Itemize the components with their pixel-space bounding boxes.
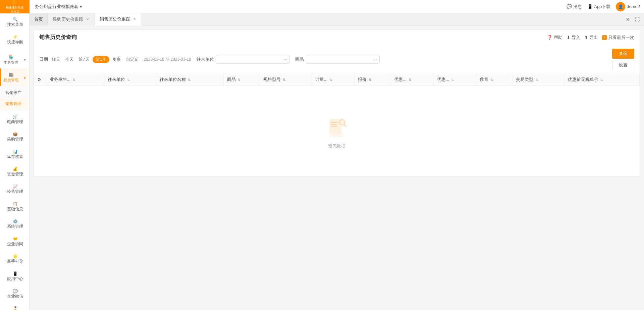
date-btn-last1m[interactable]: 近1月 bbox=[93, 56, 110, 63]
table-header-row: ⚙ 业务发生... ⇅ 往来单位 ⇅ bbox=[34, 74, 640, 86]
th-spec[interactable]: 规格型号 ⇅ bbox=[260, 74, 312, 86]
retail-arrow: ▼ bbox=[23, 58, 26, 62]
th-partner-name-label: 往来单位名称 bbox=[160, 77, 186, 82]
gear-icon: ⚙ bbox=[37, 77, 41, 82]
export-button[interactable]: ⬆ 导出 bbox=[584, 35, 598, 41]
help-button[interactable]: ❓ 帮助 bbox=[547, 35, 562, 41]
apps-icon: 📱 bbox=[13, 271, 18, 276]
tab-purchase-history[interactable]: 采购历史价跟踪 ✕ bbox=[48, 13, 95, 25]
th-qty[interactable]: 数量 ⇅ bbox=[476, 74, 513, 86]
filter-bar: 日期 昨天 今天 近7天 近1月 更多 自定义 2023-02-18 至 202… bbox=[34, 45, 640, 74]
th-spec-label: 规格型号 bbox=[263, 77, 281, 82]
sidebar-item-operation[interactable]: 📈 经营管理 bbox=[0, 180, 29, 198]
sidebar-apps-label: 应用中心 bbox=[7, 276, 23, 282]
sidebar-sub-item-marketing[interactable]: 营销推广 bbox=[0, 87, 29, 98]
th-quote[interactable]: 报价 ⇅ bbox=[354, 74, 390, 86]
sidebar-item-search[interactable]: 🔍 搜索菜单 bbox=[0, 13, 29, 31]
sidebar-sub-item-sales[interactable]: 销售管理 bbox=[0, 98, 29, 109]
sidebar-item-retail[interactable]: 🏪 零售管理 ▼ bbox=[0, 51, 29, 68]
sort-icon-partner-code: ⇅ bbox=[127, 78, 130, 82]
sidebar-item-finance[interactable]: 💰 资金管理 bbox=[0, 163, 29, 180]
partner-filter-group: 往来单位 ··· bbox=[197, 55, 290, 64]
tab-fullscreen-button[interactable]: ⛶ bbox=[633, 15, 641, 23]
avatar: 👤 bbox=[616, 2, 625, 11]
query-button[interactable]: 查询 bbox=[612, 49, 634, 59]
th-goods[interactable]: 商品 ⇅ bbox=[223, 74, 260, 86]
tab-bar-actions: ✕ ⛶ bbox=[624, 15, 644, 23]
th-pretax-price[interactable]: 优惠前无税单价 ⇅ bbox=[564, 74, 639, 86]
tab-home[interactable]: 首页 bbox=[30, 13, 48, 25]
app-download-button[interactable]: 📱 App下载 bbox=[587, 4, 610, 10]
table-area: ⚙ 业务发生... ⇅ 往来单位 ⇅ bbox=[34, 74, 640, 176]
sidebar-item-newbie[interactable]: 🌟 新手引导 bbox=[0, 250, 29, 268]
sidebar-retail-label: 零售管理 bbox=[4, 60, 18, 65]
sidebar-item-purchase[interactable]: 📦 采购管理 bbox=[0, 128, 29, 146]
th-biz-date[interactable]: 业务发生... ⇅ bbox=[46, 74, 104, 86]
sidebar-item-member[interactable]: 🎖️ 畅会员 bbox=[0, 303, 29, 310]
newbie-icon: 🌟 bbox=[13, 254, 18, 259]
goods-input[interactable]: ··· bbox=[306, 55, 380, 64]
goods-dots: ··· bbox=[373, 56, 376, 62]
sidebar-wholesale-inner: 🏬 批发管理 bbox=[4, 72, 18, 83]
date-btn-last7[interactable]: 近7天 bbox=[77, 56, 91, 63]
page-header-actions: ❓ 帮助 ⬇ 导入 ⬆ 导出 ✓ 只看最后一次 bbox=[547, 35, 634, 41]
company-selector[interactable]: 办公用品行业模拟账套 ▾ bbox=[32, 2, 85, 11]
sidebar-system-label: 系统管理 bbox=[7, 224, 23, 229]
th-partner-code[interactable]: 往来单位 ⇅ bbox=[104, 74, 156, 86]
tab-close-all-button[interactable]: ✕ bbox=[624, 15, 632, 23]
import-button[interactable]: ⬇ 导入 bbox=[567, 35, 580, 41]
checkbox-icon: ✓ bbox=[602, 35, 607, 40]
top-bar-right: 💬 消息 📱 App下载 👤 demo2 bbox=[567, 2, 640, 11]
messages-button[interactable]: 💬 消息 bbox=[567, 4, 582, 10]
tab-sales-history[interactable]: 销售历史价跟踪 ✕ bbox=[95, 13, 142, 25]
th-unit[interactable]: 计量... ⇅ bbox=[312, 74, 354, 86]
date-btn-yesterday[interactable]: 昨天 bbox=[50, 56, 62, 63]
avatar-icon: 👤 bbox=[618, 4, 623, 9]
user-area[interactable]: 👤 demo2 bbox=[616, 2, 640, 11]
sidebar-item-apps[interactable]: 📱 应用中心 bbox=[0, 268, 29, 285]
th-discount2[interactable]: 优惠... ⇅ bbox=[433, 74, 476, 86]
sidebar-enterprise-label: 企业协同 bbox=[7, 241, 23, 247]
date-range-text: 2023-02-18 至 2023-03-18 bbox=[144, 57, 191, 62]
th-gear[interactable]: ⚙ bbox=[34, 74, 46, 86]
finance-icon: 💰 bbox=[13, 167, 18, 171]
th-biz-date-label: 业务发生... bbox=[50, 77, 71, 82]
partner-dots: ··· bbox=[283, 56, 286, 62]
date-btn-today[interactable]: 今天 bbox=[63, 56, 75, 63]
only-last-label: 只看最后一次 bbox=[608, 35, 634, 41]
sidebar-newbie-label: 新手引导 bbox=[7, 259, 23, 264]
page-header: 销售历史价查询 ❓ 帮助 ⬇ 导入 ⬆ 导出 bbox=[34, 30, 640, 45]
company-name: 办公用品行业模拟账套 bbox=[35, 4, 78, 10]
th-quote-label: 报价 bbox=[358, 77, 367, 82]
tab-purchase-close[interactable]: ✕ bbox=[85, 17, 90, 22]
th-discount1-label: 优惠... bbox=[394, 77, 407, 82]
sidebar-item-shortcut[interactable]: ⚡ 快捷导航 bbox=[0, 31, 29, 48]
sidebar-item-wholesale[interactable]: 🏬 批发管理 ▲ bbox=[0, 68, 29, 86]
tab-bar: 首页 采购历史价跟踪 ✕ 销售历史价跟踪 ✕ ✕ ⛶ bbox=[30, 13, 644, 25]
th-discount1[interactable]: 优惠... ⇅ bbox=[391, 74, 433, 86]
sidebar-item-ecommerce[interactable]: 🛒 电商管理 bbox=[0, 111, 29, 128]
sidebar-shortcut-label: 快捷导航 bbox=[7, 39, 23, 45]
help-label: 帮助 bbox=[554, 35, 562, 41]
sidebar-item-stock[interactable]: 📊 库存核算 bbox=[0, 146, 29, 163]
tab-purchase-label: 采购历史价跟踪 bbox=[53, 16, 83, 22]
retail-icon: 🏪 bbox=[9, 55, 14, 59]
settings-button[interactable]: 设置 bbox=[612, 60, 634, 70]
sidebar-retail-inner: 🏪 零售管理 bbox=[4, 55, 18, 65]
th-partner-name[interactable]: 往来单位名称 ⇅ bbox=[156, 74, 223, 86]
partner-input[interactable]: ··· bbox=[216, 55, 290, 64]
date-btn-custom[interactable]: 自定义 bbox=[124, 56, 140, 63]
sidebar-item-wechat[interactable]: 💬 企业微信 bbox=[0, 285, 29, 303]
th-trade-type[interactable]: 交易类型 ⇅ bbox=[513, 74, 565, 86]
empty-icon bbox=[323, 112, 350, 139]
phone-icon: 📱 bbox=[587, 4, 593, 9]
sidebar-item-system[interactable]: ⚙️ 系统管理 bbox=[0, 215, 29, 233]
sort-icon-pretax-price: ⇅ bbox=[600, 78, 603, 82]
date-btn-more[interactable]: 更多 bbox=[111, 56, 123, 63]
sidebar-item-basic[interactable]: 📋 基础信息 bbox=[0, 198, 29, 215]
sidebar-search-label: 搜索菜单 bbox=[7, 22, 23, 28]
only-last-checkbox[interactable]: ✓ 只看最后一次 bbox=[602, 35, 634, 41]
tab-sales-close[interactable]: ✕ bbox=[132, 17, 137, 21]
sidebar-item-enterprise[interactable]: 🤝 企业协同 bbox=[0, 233, 29, 250]
ecommerce-icon: 🛒 bbox=[13, 114, 18, 119]
